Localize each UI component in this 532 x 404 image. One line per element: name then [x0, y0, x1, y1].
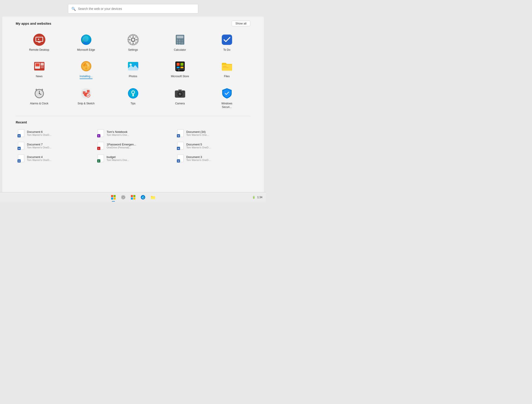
svg-rect-39 [176, 69, 184, 69]
app-item-snip-sketch[interactable]: Snip & Sketch [63, 84, 109, 112]
taskbar-store-icon[interactable] [130, 194, 136, 201]
app-icon-remote-desktop [32, 33, 46, 46]
app-label-microsoft-edge: Microsoft Edge [77, 48, 95, 52]
search-input[interactable] [78, 7, 195, 11]
app-item-settings[interactable]: Settings [109, 30, 157, 55]
recent-name-doc3: Document 3 [186, 155, 248, 159]
recent-item-1password[interactable]: 1 1Password Emergen... OneDrive (Persona… [95, 140, 171, 152]
recent-name-doc7: Document 7 [27, 143, 89, 146]
svg-point-32 [130, 63, 132, 66]
word-badge-doc3: W [177, 159, 180, 163]
recent-location-doc34: Tom Warren's One... [186, 133, 248, 136]
svg-rect-3 [38, 42, 41, 42]
app-item-microsoft-edge[interactable]: Microsoft Edge [63, 30, 109, 55]
recent-icon-1password: 1 [97, 141, 104, 150]
recent-icon-toms-notebook: N [97, 129, 104, 137]
svg-rect-22 [41, 63, 44, 66]
search-icon: 🔍 [71, 7, 76, 11]
app-label-settings: Settings [128, 48, 138, 52]
app-item-alarms-clock[interactable]: Alarms & Clock [16, 84, 63, 112]
svg-rect-12 [179, 39, 180, 41]
app-label-files: Files [224, 75, 230, 78]
taskbar-files-icon[interactable] [150, 194, 156, 201]
word-badge-doc7: W [18, 147, 21, 150]
recent-name-doc34: Document (34) [186, 130, 248, 133]
taskbar-edge-icon[interactable] [140, 194, 146, 201]
app-label-todo: To Do [223, 48, 230, 52]
recent-item-doc6[interactable]: W Document 6 Tom Warren's OneD... [16, 127, 91, 139]
recent-item-budget[interactable]: X budget Tom Warren's One... [95, 152, 171, 164]
word-badge-doc5: W [177, 147, 180, 150]
search-box[interactable]: 🔍 [68, 4, 198, 13]
svg-rect-34 [177, 63, 180, 66]
svg-rect-18 [179, 44, 180, 45]
recent-name-doc4: Document 4 [27, 155, 89, 159]
recent-item-doc4[interactable]: W Document 4 Tom Warren's OneD... [16, 152, 91, 164]
recent-item-toms-notebook[interactable]: N Tom's Notebook Tom Warren's One... [95, 127, 171, 139]
recent-item-doc5[interactable]: W Document 5 Tom Warren's OneD... [175, 140, 250, 152]
svg-rect-67 [131, 195, 133, 197]
app-icon-calculator [173, 33, 187, 46]
recent-location-doc7: Tom Warren's OneD... [27, 146, 89, 149]
app-item-tips[interactable]: Tips [109, 84, 157, 112]
app-label-camera: Camera [175, 102, 185, 106]
recent-item-doc7[interactable]: W Document 7 Tom Warren's OneD... [16, 140, 91, 152]
svg-rect-61 [111, 195, 113, 197]
recent-location-doc6: Tom Warren's OneD... [27, 133, 89, 136]
recent-location-doc4: Tom Warren's OneD... [27, 159, 89, 161]
svg-rect-19 [222, 35, 232, 45]
svg-rect-13 [181, 39, 184, 41]
svg-rect-2 [36, 38, 42, 41]
svg-rect-41 [223, 67, 228, 68]
taskbar-settings-icon[interactable] [120, 194, 127, 201]
recent-text-doc6: Document 6 Tom Warren's OneD... [27, 130, 89, 136]
svg-point-6 [132, 38, 134, 41]
app-item-calculator[interactable]: Calculator [157, 30, 203, 55]
taskbar-start-button[interactable] [110, 194, 117, 201]
app-icon-installing [79, 59, 93, 73]
recent-text-doc4: Document 4 Tom Warren's OneD... [27, 155, 89, 161]
app-icon-camera [173, 87, 187, 100]
app-label-remote-desktop: Remote Desktop [29, 48, 49, 52]
recent-text-1password: 1Password Emergen... OneDrive (Personal)… [107, 143, 169, 149]
svg-rect-64 [114, 197, 116, 200]
svg-rect-15 [179, 42, 180, 43]
svg-rect-52 [133, 94, 134, 96]
app-item-camera[interactable]: Camera [157, 84, 203, 112]
app-item-windows-security[interactable]: Windows Securi... [203, 84, 250, 112]
app-label-tips: Tips [130, 102, 135, 106]
show-all-button[interactable]: Show all [232, 21, 250, 26]
svg-rect-68 [133, 195, 135, 197]
recent-text-doc5: Document 5 Tom Warren's OneD... [186, 143, 248, 149]
recent-icon-doc34: W [177, 129, 184, 137]
recent-item-doc3[interactable]: W Document 3 Tom Warren's OneD... [175, 152, 250, 164]
svg-rect-24 [41, 67, 44, 68]
app-item-todo[interactable]: To Do [203, 30, 250, 55]
recent-icon-doc6: W [18, 129, 25, 137]
svg-rect-69 [131, 197, 133, 200]
app-icon-todo [220, 33, 234, 46]
svg-rect-40 [223, 66, 227, 67]
app-item-photos[interactable]: Photos [109, 57, 157, 82]
svg-rect-16 [181, 42, 184, 45]
recent-name-doc6: Document 6 [27, 130, 89, 133]
search-area: 🔍 [0, 0, 266, 17]
svg-rect-11 [177, 39, 178, 41]
taskbar-time: 🔋 1:34 [252, 196, 262, 199]
apps-section-title: My apps and websites [16, 22, 51, 25]
svg-point-60 [183, 91, 184, 93]
app-item-remote-desktop[interactable]: Remote Desktop [16, 30, 63, 55]
recent-item-doc34[interactable]: W Document (34) Tom Warren's One... [175, 127, 250, 139]
app-icon-microsoft-store [173, 59, 187, 73]
recent-text-doc34: Document (34) Tom Warren's One... [186, 130, 248, 136]
app-item-installing[interactable]: Installing... [63, 57, 109, 82]
app-label-alarms-clock: Alarms & Clock [30, 102, 48, 106]
app-label-news: News [36, 75, 42, 78]
app-item-microsoft-store[interactable]: Microsoft Store [157, 57, 203, 82]
app-icon-microsoft-edge [79, 33, 93, 46]
taskbar-icons [110, 194, 156, 201]
recent-icon-doc7: W [18, 141, 25, 150]
recent-icon-budget: X [97, 154, 104, 163]
app-item-news[interactable]: News [16, 57, 63, 82]
app-item-files[interactable]: Files [203, 57, 250, 82]
